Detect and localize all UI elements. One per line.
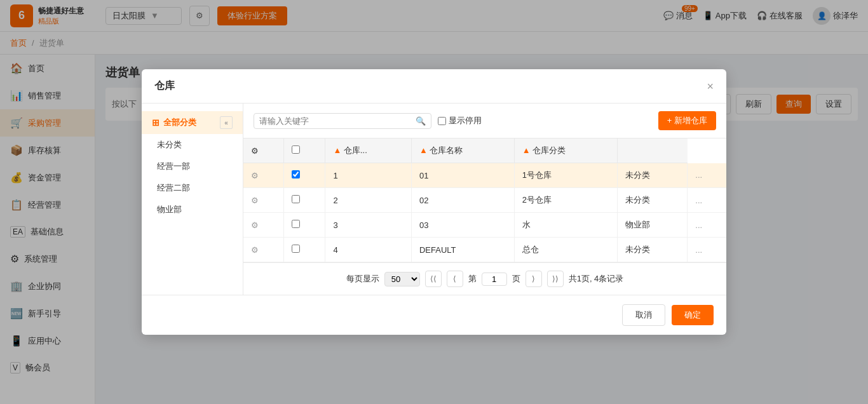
warehouse-content: 🔍 显示停用 + 新增仓库 ⚙ — [243, 104, 726, 295]
category-item-ops2[interactable]: 经营二部 — [142, 177, 243, 199]
row-name: 水 — [514, 213, 617, 238]
collapse-button[interactable]: « — [220, 116, 233, 129]
col-checkbox — [283, 138, 325, 163]
search-box: 🔍 — [254, 113, 431, 129]
modal-footer: 取消 确定 — [142, 295, 726, 335]
cancel-button[interactable]: 取消 — [622, 304, 665, 326]
category-item-property[interactable]: 物业部 — [142, 199, 243, 220]
per-page-select[interactable]: 50 10 20 100 — [384, 272, 420, 286]
row-name: 总仓 — [514, 238, 617, 262]
page-label-post: 页 — [512, 273, 520, 285]
row-actions[interactable]: ... — [688, 213, 726, 238]
modal-close-button[interactable]: × — [707, 81, 714, 92]
modal-header: 仓库 × — [142, 69, 726, 104]
col-actions-header — [617, 138, 688, 163]
modal-body: ⊞ 全部分类 « 未分类 经营一部 经营二部 物业部 🔍 — [142, 104, 726, 295]
row-name: 2号仓库 — [514, 188, 617, 213]
row-category: 未分类 — [617, 238, 688, 262]
row-no: 3 — [325, 213, 412, 238]
row-no: 4 — [325, 238, 412, 262]
col-id-header[interactable]: ▲ 仓库... — [325, 138, 412, 163]
row-category: 未分类 — [617, 188, 688, 213]
pagination: 每页显示 50 10 20 100 ⟨⟨ ⟨ 第 页 ⟩ ⟩⟩ 共1页, 4条记… — [243, 262, 726, 295]
row-gear[interactable]: ⚙ — [243, 163, 283, 188]
row-checkbox[interactable] — [283, 163, 325, 188]
row-checkbox[interactable] — [283, 213, 325, 238]
warehouse-table: ⚙ ▲ 仓库... ▲ 仓库名称 — [243, 138, 726, 262]
row-id: 03 — [411, 213, 514, 238]
table-row[interactable]: ⚙ 1 01 1号仓库 未分类 ... — [243, 163, 726, 188]
row-category: 物业部 — [617, 213, 688, 238]
sort-icon-name: ▲ — [419, 145, 428, 155]
modal-overlay: 仓库 × ⊞ 全部分类 « 未分类 经营一部 经营二部 物业部 — [0, 0, 868, 404]
total-records-label: 共1页, 4条记录 — [569, 273, 624, 285]
row-gear[interactable]: ⚙ — [243, 238, 283, 262]
row-id: 01 — [411, 163, 514, 188]
category-all[interactable]: ⊞ 全部分类 « — [142, 111, 243, 134]
category-item-unclassified[interactable]: 未分类 — [142, 134, 243, 156]
category-all-label: 全部分类 — [163, 117, 196, 128]
show-disabled-checkbox[interactable] — [438, 117, 446, 125]
table-row[interactable]: ⚙ 4 DEFAULT 总仓 未分类 ... — [243, 238, 726, 262]
show-disabled-checkbox-label[interactable]: 显示停用 — [438, 115, 482, 126]
sort-icon-category: ▲ — [522, 145, 531, 155]
row-actions[interactable]: ... — [688, 238, 726, 262]
category-sidebar: ⊞ 全部分类 « 未分类 经营一部 经营二部 物业部 — [142, 104, 243, 295]
row-category: 未分类 — [617, 163, 688, 188]
warehouse-modal: 仓库 × ⊞ 全部分类 « 未分类 经营一部 经营二部 物业部 — [142, 69, 726, 335]
row-no: 1 — [325, 163, 412, 188]
table-row[interactable]: ⚙ 3 03 水 物业部 ... — [243, 213, 726, 238]
prev-page-button[interactable]: ⟨ — [447, 271, 463, 287]
add-warehouse-button[interactable]: + 新增仓库 — [658, 111, 716, 130]
col-name-header[interactable]: ▲ 仓库名称 — [411, 138, 514, 163]
row-gear[interactable]: ⚙ — [243, 188, 283, 213]
search-input[interactable] — [259, 116, 416, 126]
row-no: 2 — [325, 188, 412, 213]
page-number-input[interactable] — [482, 273, 507, 286]
col-category-header[interactable]: ▲ 仓库分类 — [514, 138, 617, 163]
row-actions[interactable]: ... — [688, 163, 726, 188]
category-item-ops1[interactable]: 经营一部 — [142, 156, 243, 177]
table-row[interactable]: ⚙ 2 02 2号仓库 未分类 ... — [243, 188, 726, 213]
page-label-pre: 第 — [468, 273, 477, 285]
confirm-button[interactable]: 确定 — [672, 305, 714, 325]
modal-title: 仓库 — [154, 79, 175, 93]
grid-icon: ⊞ — [152, 118, 159, 128]
row-checkbox[interactable] — [283, 238, 325, 262]
show-disabled-label: 显示停用 — [449, 115, 482, 126]
select-all-checkbox[interactable] — [292, 145, 300, 154]
row-actions[interactable]: ... — [688, 188, 726, 213]
row-id: DEFAULT — [411, 238, 514, 262]
sort-icon-id: ▲ — [333, 145, 341, 155]
warehouse-toolbar: 🔍 显示停用 + 新增仓库 — [243, 104, 726, 138]
col-setting: ⚙ — [243, 138, 283, 163]
row-name: 1号仓库 — [514, 163, 617, 188]
search-icon[interactable]: 🔍 — [416, 116, 426, 126]
row-gear[interactable]: ⚙ — [243, 213, 283, 238]
next-page-button[interactable]: ⟩ — [526, 271, 542, 287]
per-page-label: 每页显示 — [346, 273, 379, 285]
row-id: 02 — [411, 188, 514, 213]
row-checkbox[interactable] — [283, 188, 325, 213]
first-page-button[interactable]: ⟨⟨ — [425, 271, 442, 287]
last-page-button[interactable]: ⟩⟩ — [547, 271, 564, 287]
